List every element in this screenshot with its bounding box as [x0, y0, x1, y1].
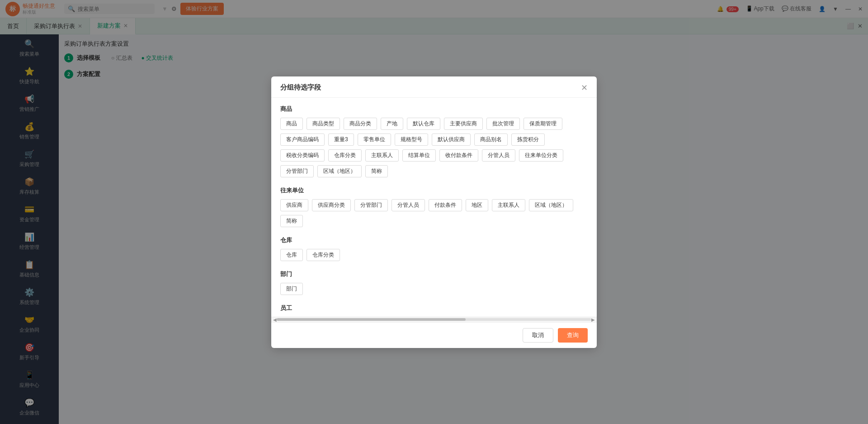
field-tag[interactable]: 结算单位: [402, 149, 436, 162]
section-partner: 往来单位 供应商 供应商分类 分管部门 分管人员 付款条件 地区 主联系人 区域…: [280, 186, 588, 227]
modal-hscroll: ◀ ▶: [271, 317, 597, 322]
field-tag[interactable]: 商品分类: [344, 118, 377, 130]
field-tag[interactable]: 规格型号: [395, 133, 428, 146]
field-selection-modal: 分组待选字段 ✕ 商品 商品 商品类型 商品分类 产地 默认仓库 主要供应商 批…: [271, 76, 597, 348]
field-tag[interactable]: 零售单位: [358, 133, 391, 146]
field-tag[interactable]: 往来单位分类: [519, 149, 563, 162]
field-tag[interactable]: 保质期管理: [524, 118, 562, 130]
section-goods-title: 商品: [280, 105, 588, 113]
field-tag[interactable]: 供应商分类: [312, 199, 351, 211]
section-warehouse: 仓库 仓库 仓库分类: [280, 236, 588, 261]
field-tag[interactable]: 简称: [365, 165, 388, 177]
section-department-title: 部门: [280, 270, 588, 278]
field-tag[interactable]: 区域（地区）: [317, 165, 362, 177]
section-warehouse-title: 仓库: [280, 236, 588, 244]
modal-body[interactable]: 商品 商品 商品类型 商品分类 产地 默认仓库 主要供应商 批次管理 保质期管理…: [271, 98, 597, 317]
section-department: 部门 部门: [280, 270, 588, 295]
field-tag[interactable]: 付款条件: [429, 199, 462, 211]
section-employee: 员工 业务员: [280, 304, 588, 317]
confirm-button[interactable]: 查询: [558, 328, 588, 343]
field-tag[interactable]: 主联系人: [492, 199, 525, 211]
section-partner-tags: 供应商 供应商分类 分管部门 分管人员 付款条件 地区 主联系人 区域（地区） …: [280, 199, 588, 227]
field-tag[interactable]: 主要供应商: [444, 118, 483, 130]
field-tag[interactable]: 分管人员: [392, 199, 425, 211]
field-tag[interactable]: 地区: [466, 199, 488, 211]
modal-title: 分组待选字段: [280, 83, 321, 92]
field-tag[interactable]: 区域（地区）: [529, 199, 573, 211]
field-tag[interactable]: 税收分类编码: [280, 149, 325, 162]
field-tag[interactable]: 仓库: [280, 249, 303, 261]
field-tag[interactable]: 默认供应商: [432, 133, 471, 146]
field-tag[interactable]: 默认仓库: [407, 118, 440, 130]
field-tag[interactable]: 仓库分类: [307, 249, 340, 261]
field-tag[interactable]: 仓库分类: [328, 149, 362, 162]
field-tag[interactable]: 分管人员: [482, 149, 515, 162]
field-tag[interactable]: 简称: [280, 215, 303, 227]
field-tag[interactable]: 商品别名: [474, 133, 508, 146]
section-employee-title: 员工: [280, 304, 588, 312]
section-department-tags: 部门: [280, 283, 588, 295]
field-tag[interactable]: 分管部门: [354, 199, 388, 211]
field-tag[interactable]: 产地: [381, 118, 403, 130]
hscroll-right-arrow[interactable]: ▶: [591, 317, 595, 322]
field-tag[interactable]: 客户商品编码: [280, 133, 325, 146]
modal-close-btn[interactable]: ✕: [581, 83, 588, 93]
modal-overlay: 分组待选字段 ✕ 商品 商品 商品类型 商品分类 产地 默认仓库 主要供应商 批…: [0, 0, 868, 424]
field-tag[interactable]: 主联系人: [365, 149, 399, 162]
field-tag[interactable]: 拣货积分: [511, 133, 545, 146]
modal-footer: 取消 查询: [271, 322, 597, 348]
section-goods-tags: 商品 商品类型 商品分类 产地 默认仓库 主要供应商 批次管理 保质期管理 客户…: [280, 118, 588, 177]
hscroll-track: [277, 318, 591, 321]
field-tag[interactable]: 批次管理: [486, 118, 520, 130]
field-tag[interactable]: 收付款条件: [439, 149, 478, 162]
section-goods: 商品 商品 商品类型 商品分类 产地 默认仓库 主要供应商 批次管理 保质期管理…: [280, 105, 588, 177]
hscroll-thumb: [277, 318, 466, 321]
hscroll-left-arrow[interactable]: ◀: [273, 317, 277, 322]
field-tag[interactable]: 商品类型: [307, 118, 340, 130]
field-tag[interactable]: 部门: [280, 283, 303, 295]
field-tag[interactable]: 重量3: [328, 133, 354, 146]
cancel-button[interactable]: 取消: [523, 328, 553, 343]
modal-header: 分组待选字段 ✕: [271, 76, 597, 98]
field-tag[interactable]: 商品: [280, 118, 303, 130]
field-tag[interactable]: 供应商: [280, 199, 308, 211]
section-partner-title: 往来单位: [280, 186, 588, 195]
section-warehouse-tags: 仓库 仓库分类: [280, 249, 588, 261]
field-tag[interactable]: 分管部门: [280, 165, 314, 177]
